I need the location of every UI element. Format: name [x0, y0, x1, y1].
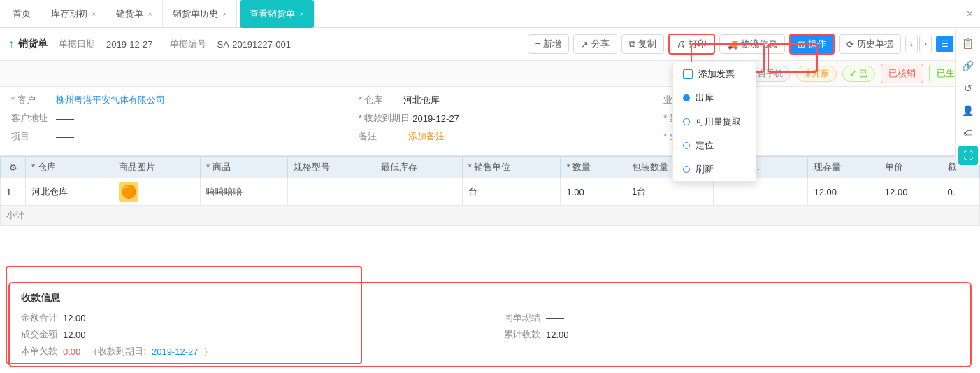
close-all-tabs[interactable]: ×	[967, 8, 973, 20]
row-spec	[287, 178, 375, 206]
nav-arrows: ‹ ›	[905, 36, 932, 52]
address-field: 客户地址 ——	[11, 112, 317, 125]
row-unit: 台	[462, 178, 561, 206]
subtotal-row: 小计	[1, 206, 980, 226]
products-table: ⚙ * 仓库 商品图片 * 商品 规格型号 最低库存 * 销售单位 * 数量 包…	[0, 156, 980, 226]
collected-label: 累计收款	[504, 328, 540, 341]
col-min-stock: 最低库存	[375, 157, 462, 178]
address-value: ——	[56, 113, 74, 124]
deal-label: 成交金额	[21, 328, 57, 341]
sidebar-link-icon[interactable]: 🔗	[958, 56, 978, 76]
refresh-item[interactable]: 刷新	[673, 157, 756, 181]
sidebar-user-icon[interactable]: 👤	[958, 101, 978, 120]
list-view-icon[interactable]: ☰	[936, 36, 953, 52]
summary-row-owed: 本单欠款 0.00 （收款到期日: 2019-12-27 ）	[21, 345, 476, 358]
same-settle-value: ——	[546, 313, 564, 323]
new-button[interactable]: + 新增	[528, 34, 569, 54]
locate-label: 定位	[696, 139, 714, 152]
locate-item[interactable]: 定位	[673, 134, 756, 157]
print-button[interactable]: 🖨 打印	[668, 34, 715, 55]
history-icon: ⟳	[846, 39, 854, 50]
tab-sales-close[interactable]: ×	[147, 10, 152, 18]
col-unit-price: 单价	[879, 157, 942, 178]
summary-row-deal: 成交金额 12.00	[21, 328, 476, 341]
tab-view-sales[interactable]: 查看销货单 ×	[240, 0, 314, 28]
tab-home[interactable]: 首页	[6, 0, 41, 28]
add-note-button[interactable]: + 添加备注	[401, 130, 445, 143]
payment-summary: 收款信息 金额合计 12.00 同单现结 —— 成交金额 12.00 累计收款 …	[8, 282, 972, 367]
table-wrapper: ⚙ * 仓库 商品图片 * 商品 规格型号 最低库存 * 销售单位 * 数量 包…	[0, 156, 980, 276]
available-pickup-item[interactable]: 可用量提取	[673, 110, 756, 134]
not-opened-tag[interactable]: 未开票	[796, 66, 837, 82]
tab-inventory-close[interactable]: ×	[92, 10, 96, 18]
doc-actions: + 新增 ↗ 分享 ⧉ 复制 🖨 打印 🚚 物流信息	[528, 34, 972, 55]
sidebar-rotate-icon[interactable]: ↺	[958, 78, 978, 98]
check-tag[interactable]: ✓ 已	[842, 66, 875, 82]
operations-button[interactable]: ⊞ 操作	[789, 34, 835, 55]
row-package-qty: 1台	[626, 178, 714, 206]
right-sidebar: 📋 🔗 ↺ 👤 🏷 ⛶	[955, 28, 980, 165]
col-current-stock: 现存量	[808, 157, 879, 178]
total-label: 金额合计	[21, 311, 57, 324]
row-quantity: 1.00	[561, 178, 626, 206]
row-no: 1	[1, 178, 26, 206]
customer-value[interactable]: 柳州粤港平安气体有限公司	[56, 94, 165, 106]
tab-sales-history-close[interactable]: ×	[222, 10, 226, 18]
copy-button[interactable]: ⧉ 复制	[621, 34, 664, 54]
row-product-img: 🟠	[113, 178, 200, 206]
print-icon: 🖨	[677, 39, 686, 50]
col-settings[interactable]: ⚙	[1, 157, 26, 178]
due-note-end: ）	[203, 345, 212, 358]
operations-dropdown: 添加发票 出库 可用量提取 定位 刷新	[672, 62, 756, 182]
row-product: 嘻嘻嘻嘻	[200, 178, 287, 206]
deal-value: 12.00	[63, 330, 86, 340]
tab-sales-history[interactable]: 销货单历史 ×	[163, 0, 237, 28]
warehouse-label: 仓库	[359, 94, 401, 106]
col-product-img: 商品图片	[113, 157, 200, 178]
doc-type-title: ↑ 销货单	[8, 38, 48, 50]
outbound-item[interactable]: 出库	[673, 86, 756, 110]
row-unit-price: 12.00	[879, 178, 942, 206]
share-icon: ↗	[581, 39, 589, 50]
sidebar-info-icon[interactable]: 📋	[958, 34, 978, 53]
col-product: * 商品	[200, 157, 287, 178]
collected-value: 12.00	[546, 330, 569, 340]
copy-icon: ⧉	[629, 38, 635, 50]
due-date-field: 收款到期日 2019-12-27	[359, 112, 664, 125]
share-button[interactable]: ↗ 分享	[573, 34, 617, 54]
customer-label: 客户	[11, 94, 53, 106]
summary-row-collected: 累计收款 12.00	[504, 328, 959, 341]
sold-button[interactable]: 已核销	[881, 64, 923, 83]
logistics-button[interactable]: 🚚 物流信息	[719, 34, 785, 54]
locate-icon	[683, 142, 690, 149]
outbound-label: 出库	[696, 92, 714, 104]
tab-bar: 首页 库存期初 × 销货单 × 销货单历史 × 查看销货单 × ×	[0, 0, 980, 28]
sidebar-tag-icon[interactable]: 🏷	[958, 123, 978, 143]
sidebar-expand-icon[interactable]: ⛶	[958, 146, 978, 165]
doc-icon: ↑	[8, 38, 14, 50]
history-button[interactable]: ⟳ 历史单据	[839, 34, 901, 54]
add-invoice-item[interactable]: 添加发票	[673, 62, 756, 86]
due-date-value: 2019-12-27	[412, 113, 459, 124]
row-min-stock	[375, 178, 462, 206]
prev-arrow[interactable]: ‹	[905, 36, 918, 52]
grid-icon: ⊞	[798, 39, 805, 50]
tab-view-sales-close[interactable]: ×	[299, 10, 303, 18]
note-field: 备注 + 添加备注	[359, 130, 664, 143]
warehouse-field: 仓库 河北仓库	[359, 94, 664, 106]
add-invoice-icon	[683, 69, 693, 79]
doc-header: ↑ 销货单 单据日期 2019-12-27 单据编号 SA-20191227-0…	[0, 28, 980, 61]
row-current-stock: 12.00	[808, 178, 879, 206]
next-arrow[interactable]: ›	[919, 36, 932, 52]
table-row: 1 河北仓库 🟠 嘻嘻嘻嘻 台 1.00 1台 12.00 12.00	[1, 178, 980, 206]
due-date-note: 2019-12-27	[152, 346, 199, 357]
form-area: 客户 柳州粤港平安气体有限公司 仓库 河北仓库 业务员 演示账号 客户地址 ——	[0, 87, 980, 156]
address-label: 客户地址	[11, 112, 53, 125]
summary-row-same-settle: 同单现结 ——	[504, 311, 959, 324]
outbound-icon	[683, 94, 690, 101]
same-settle-label: 同单现结	[504, 311, 540, 324]
tab-inventory[interactable]: 库存期初 ×	[41, 0, 106, 28]
tab-sales[interactable]: 销货单 ×	[106, 0, 162, 28]
project-value: ——	[56, 132, 74, 142]
row-warehouse: 河北仓库	[26, 178, 113, 206]
